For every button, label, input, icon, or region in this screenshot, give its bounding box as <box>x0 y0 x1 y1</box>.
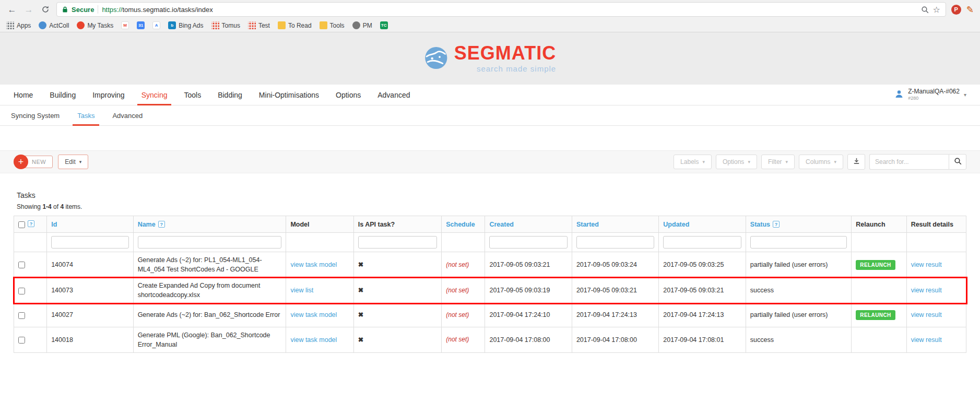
summary-prefix: Showing <box>17 203 42 210</box>
is_api-filter-input[interactable] <box>358 236 437 249</box>
address-bar[interactable]: Secure https://tomus.segmatic.io/tasks/i… <box>56 2 946 17</box>
cell-created: 2017-09-05 09:03:19 <box>485 278 572 303</box>
help-icon[interactable]: ? <box>773 221 780 228</box>
table-row: 140074Generate Ads (~2) for: PL1_054-ML1… <box>14 252 966 278</box>
started-filter-input[interactable] <box>576 236 654 249</box>
id-filter-input[interactable] <box>51 236 128 249</box>
updated-filter-input[interactable] <box>663 236 741 249</box>
export-button[interactable] <box>847 154 865 170</box>
column-header-label-started[interactable]: Started <box>576 221 599 228</box>
row-checkbox[interactable] <box>18 288 25 294</box>
view-result-link[interactable]: view result <box>911 311 942 318</box>
row-checkbox[interactable] <box>18 312 25 319</box>
search-icon <box>954 157 962 167</box>
cell-started: 2017-09-05 09:03:21 <box>572 278 658 303</box>
relaunch-button[interactable]: RELAUNCH <box>856 310 895 320</box>
search-input[interactable] <box>869 154 949 170</box>
bookmark-item-pm[interactable]: PM <box>352 21 372 29</box>
name-filter-input[interactable] <box>138 236 282 249</box>
sub-nav: Syncing SystemTasksAdvanced <box>0 105 980 126</box>
segmatic-logo[interactable]: SEGMATIC search made simple <box>424 44 556 73</box>
bookmark-label: ActColl <box>49 22 69 29</box>
tab-syncing-system[interactable]: Syncing System <box>2 105 68 125</box>
user-menu[interactable]: Z-ManualQA-#062 #280 ▾ <box>894 85 966 105</box>
bookmark-item[interactable]: TC <box>380 21 388 29</box>
view-result-link[interactable]: view result <box>911 287 942 294</box>
created-filter-input[interactable] <box>489 236 567 249</box>
chevron-down-icon: ▾ <box>786 159 788 164</box>
column-header-relaunch: Relaunch <box>852 216 906 233</box>
tab-tasks[interactable]: Tasks <box>68 105 103 125</box>
nav-item-syncing[interactable]: Syncing <box>133 85 176 105</box>
nav-item-bidding[interactable]: Bidding <box>209 85 251 105</box>
nav-item-improving[interactable]: Improving <box>84 85 133 105</box>
nav-item-advanced[interactable]: Advanced <box>369 85 418 105</box>
column-header-is_api: Is API task? <box>353 216 441 233</box>
model-link[interactable]: view task model <box>290 261 337 268</box>
extension-pencil-icon[interactable]: ✎ <box>966 4 974 15</box>
model-link[interactable]: view list <box>290 287 313 294</box>
column-header-label-status[interactable]: Status <box>750 221 770 228</box>
tab-advanced[interactable]: Advanced <box>103 105 151 125</box>
select-all-checkbox[interactable] <box>18 221 25 228</box>
status-filter-input[interactable] <box>750 236 847 249</box>
view-result-link[interactable]: view result <box>911 336 942 344</box>
nav-item-mini-optimisations[interactable]: Mini-Optimisations <box>251 85 327 105</box>
back-icon[interactable]: ← <box>6 5 18 14</box>
cell-relaunch <box>852 278 906 303</box>
view-result-link[interactable]: view result <box>911 261 942 268</box>
nav-item-options[interactable]: Options <box>327 85 369 105</box>
bookmark-item[interactable]: A <box>152 21 160 29</box>
model-link[interactable]: view task model <box>290 336 337 344</box>
bookmark-item-my-tasks[interactable]: My Tasks <box>77 21 113 29</box>
zoom-icon[interactable] <box>921 6 929 14</box>
filter-dropdown[interactable]: Filter▾ <box>761 155 795 169</box>
bookmark-item-actcoll[interactable]: ActColl <box>39 21 69 29</box>
cell-started: 2017-09-04 17:24:13 <box>572 303 658 327</box>
search-button[interactable] <box>949 154 966 170</box>
new-button[interactable]: + NEW <box>14 155 53 169</box>
extension-p-icon[interactable]: P <box>951 5 961 15</box>
cell-is-api-task: ✖ <box>353 252 441 278</box>
user-name: Z-ManualQA-#062 <box>908 88 960 96</box>
nav-item-home[interactable]: Home <box>5 85 41 105</box>
chevron-down-icon: ▾ <box>702 159 705 164</box>
filter-cell-status <box>746 233 852 252</box>
chevron-down-icon: ▾ <box>964 92 966 98</box>
column-header-label-created[interactable]: Created <box>489 221 514 228</box>
cell-result-details: view result <box>906 303 966 327</box>
help-icon[interactable]: ? <box>28 220 34 227</box>
cell-id: 140073 <box>47 278 133 303</box>
nav-item-building[interactable]: Building <box>41 85 84 105</box>
row-checkbox[interactable] <box>18 337 25 344</box>
bookmark-item-bing-ads[interactable]: bBing Ads <box>168 21 203 29</box>
column-header-label-name[interactable]: Name <box>138 221 156 228</box>
toolbar-dropdowns: Labels▾Options▾Filter▾Columns▾ <box>674 155 843 169</box>
padlock-icon[interactable] <box>62 6 68 13</box>
edit-dropdown[interactable]: Edit ▾ <box>58 155 88 169</box>
reload-icon[interactable] <box>40 5 51 14</box>
forward-icon[interactable]: → <box>23 5 34 14</box>
row-select-cell <box>14 278 47 303</box>
labels-dropdown[interactable]: Labels▾ <box>674 155 712 169</box>
bookmark-item-to-read[interactable]: To Read <box>278 21 312 29</box>
row-checkbox[interactable] <box>18 262 25 268</box>
bookmark-label: Test <box>258 22 270 29</box>
help-icon[interactable]: ? <box>158 221 165 228</box>
bookmark-item-apps[interactable]: Apps <box>6 21 31 29</box>
bookmark-item[interactable]: M <box>121 21 129 29</box>
options-dropdown[interactable]: Options▾ <box>716 155 757 169</box>
cell-started: 2017-09-05 09:03:24 <box>572 252 658 278</box>
columns-dropdown[interactable]: Columns▾ <box>799 155 843 169</box>
column-header-label-schedule[interactable]: Schedule <box>446 221 475 228</box>
column-header-label-id[interactable]: Id <box>51 221 57 228</box>
bookmark-star-icon[interactable]: ☆ <box>932 5 940 15</box>
relaunch-button[interactable]: RELAUNCH <box>856 260 895 270</box>
nav-item-tools[interactable]: Tools <box>175 85 209 105</box>
column-header-label-updated[interactable]: Updated <box>663 221 689 228</box>
bookmark-item-tools[interactable]: Tools <box>320 21 345 29</box>
bookmark-item[interactable]: 31 <box>137 21 145 29</box>
model-link[interactable]: view task model <box>290 311 337 318</box>
bookmark-item-test[interactable]: Test <box>248 21 270 29</box>
bookmark-item-tomus[interactable]: Tomus <box>211 21 240 29</box>
